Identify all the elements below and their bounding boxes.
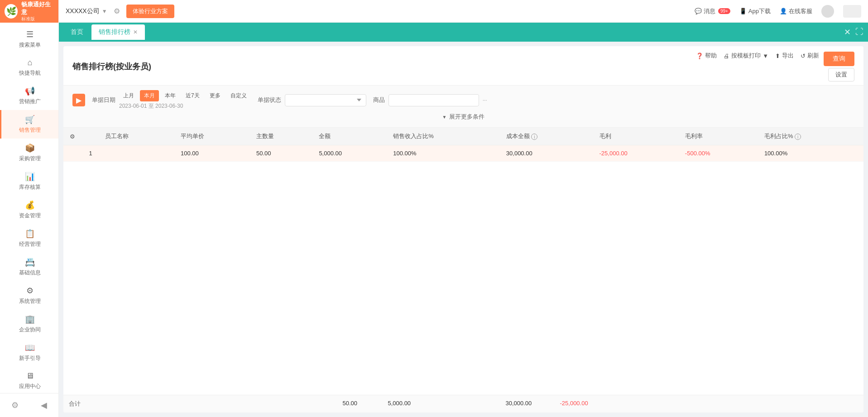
help-label: 帮助 [705,52,717,60]
trial-button[interactable]: 体验行业方案 [126,5,174,18]
sidebar-collapse-btn[interactable]: ◀ [38,398,49,412]
query-button[interactable]: 查询 [824,52,854,66]
sidebar-item-system[interactable]: ⚙ 系统管理 [0,281,58,310]
help-btn[interactable]: ❓ 帮助 [696,52,717,60]
company-name: XXXXX公司 [66,7,100,15]
message-icon: 💬 [695,8,702,14]
table-area: ⚙ 员工名称 平均单价 主数量 全额 销售收入占比% 成本全额 i 毛利 毛利率… [63,128,863,395]
print-btn[interactable]: 🖨 按模板打印 ▼ [724,52,768,60]
message-btn[interactable]: 💬 消息 99+ [695,7,730,15]
cell-avg-price: 100.00 [175,145,251,162]
tab-restore-icon[interactable]: ⛶ [855,27,863,37]
tab-sales-ranking-label: 销售排行榜 [99,28,130,36]
date-tab-last-7days[interactable]: 近7天 [182,90,204,101]
enterprise-icon: 🏢 [25,314,35,324]
system-label: 系统管理 [19,297,41,305]
expand-more-btn[interactable]: ▼ 展开更多条件 [72,110,854,123]
guide-icon: 📖 [25,343,35,353]
online-service-btn[interactable]: 👤 在线客服 [780,7,812,15]
date-tab-more[interactable]: 更多 [206,90,225,101]
avatar[interactable] [821,5,834,18]
guide-label: 新手引导 [19,355,41,362]
cost-info-icon[interactable]: i [531,134,537,140]
goods-more-icon[interactable]: ··· [483,97,487,103]
export-icon: ⬆ [775,53,780,59]
tab-close-icon[interactable]: ✕ [133,29,138,35]
header-settings-icon[interactable]: ⚙ [112,5,122,17]
logo-sub: 标准版 [21,16,54,22]
sidebar-item-apps[interactable]: 🖥 应用中心 [0,367,58,393]
refresh-btn[interactable]: ↺ 刷新 [801,52,819,60]
logo-icon: 🌿 [5,4,18,19]
sidebar-item-enterprise[interactable]: 🏢 企业协同 [0,310,58,338]
cell-sales-ratio: 100.00% [388,145,501,162]
sidebar-item-sales[interactable]: 🛒 销售管理 [0,110,58,139]
page-actions: ❓ 帮助 🖨 按模板打印 ▼ ⬆ 导出 ↺ [696,52,819,60]
status-filter-label: 单据状态 [258,96,281,104]
purchase-label: 采购管理 [19,155,41,163]
cell-gross-profit: -25,000.00 [594,145,680,162]
forward-btn[interactable]: ▶ [72,94,85,106]
sidebar-item-guide[interactable]: 📖 新手引导 [0,338,58,367]
sidebar-item-search-order[interactable]: ☰ 搜索菜单 [0,25,58,53]
sidebar-nav: ☰ 搜索菜单 ⌂ 快捷导航 📢 营销推广 🛒 销售管理 📦 采购管理 📊 库存核… [0,23,58,393]
sidebar-item-quick-nav[interactable]: ⌂ 快捷导航 [0,53,58,81]
user-menu[interactable] [843,5,861,18]
table-footer: 合计 50.00 5,000.00 30,000.00 -25,000.00 [63,395,863,412]
cell-rank: 1 [82,145,100,162]
chevron-down-icon: ▼ [102,8,107,14]
sidebar-item-finance[interactable]: 💰 资金管理 [0,196,58,224]
tab-close-all-icon[interactable]: ✕ [844,27,851,37]
app-download-btn[interactable]: 📱 App下载 [739,7,771,15]
finance-label: 资金管理 [19,212,41,220]
cell-gross-ratio: 100.00% [759,145,863,162]
export-btn[interactable]: ⬆ 导出 [775,52,794,60]
tab-sales-ranking[interactable]: 销售排行榜 ✕ [91,24,145,40]
sidebar-footer: ⚙ ◀ [0,393,58,417]
gross-ratio-info-icon[interactable]: i [795,134,801,140]
settings-link[interactable]: 设置 [828,68,854,81]
app-icon: 📱 [739,8,747,14]
date-tab-custom[interactable]: 自定义 [226,90,251,101]
status-select[interactable] [285,94,366,106]
expand-arrow-icon: ▼ [442,115,447,120]
main-area: XXXXX公司 ▼ ⚙ 体验行业方案 💬 消息 99+ 📱 App下载 👤 在线… [59,0,868,417]
sidebar: 🌿 畅康通好生意 标准版 ☰ 搜索菜单 ⌂ 快捷导航 📢 营销推广 🛒 销售管理… [0,0,59,417]
date-tab-this-year[interactable]: 本年 [161,90,180,101]
date-filter-label: 单据日期 [92,96,115,104]
quick-nav-icon: ⌂ [28,58,33,67]
cell-main-qty: 50.00 [251,145,313,162]
sidebar-logo: 🌿 畅康通好生意 标准版 [0,0,58,23]
col-settings[interactable]: ⚙ [63,128,82,145]
footer-main-qty: 50.00 [343,400,379,408]
marketing-icon: 📢 [25,86,35,96]
date-tab-prev-month[interactable]: 上月 [119,90,138,101]
col-gross-ratio: 毛利占比% i [759,128,863,145]
sidebar-item-purchase[interactable]: 📦 采购管理 [0,139,58,167]
apps-label: 应用中心 [19,383,41,390]
date-filter-section: 单据日期 上月 本月 本年 近7天 更多 自定义 2023-06-01 至 20… [92,90,251,110]
help-icon: ❓ [696,53,703,59]
goods-input[interactable] [388,94,479,106]
search-order-icon: ☰ [26,29,34,39]
cell-amount: 5,000.00 [313,145,388,162]
company-selector[interactable]: XXXXX公司 ▼ [66,7,107,15]
marketing-label: 营销推广 [19,98,41,105]
sidebar-item-inventory[interactable]: 📊 库存核算 [0,167,58,196]
sidebar-item-marketing[interactable]: 📢 营销推广 [0,81,58,110]
print-chevron-icon: ▼ [762,53,768,59]
date-tab-this-month[interactable]: 本月 [140,90,159,101]
tab-home-label: 首页 [71,28,83,36]
col-gross-margin: 毛利率 [680,128,759,145]
apps-icon: 🖥 [26,371,34,381]
purchase-icon: 📦 [25,143,35,153]
tab-bar-right: ✕ ⛶ [844,27,863,37]
page-title: 销售排行榜(按业务员) [72,61,151,72]
sidebar-item-basic-info[interactable]: 📇 基础信息 [0,253,58,281]
table-body: 1 100.00 50.00 5,000.00 100.00% 30,000.0… [63,145,863,162]
sidebar-item-operations[interactable]: 📋 经营管理 [0,224,58,253]
sidebar-settings-btn[interactable]: ⚙ [9,398,21,412]
tab-home[interactable]: 首页 [63,24,91,40]
col-sales-ratio: 销售收入占比% [388,128,501,145]
footer-sales-ratio-spacer [442,400,497,408]
